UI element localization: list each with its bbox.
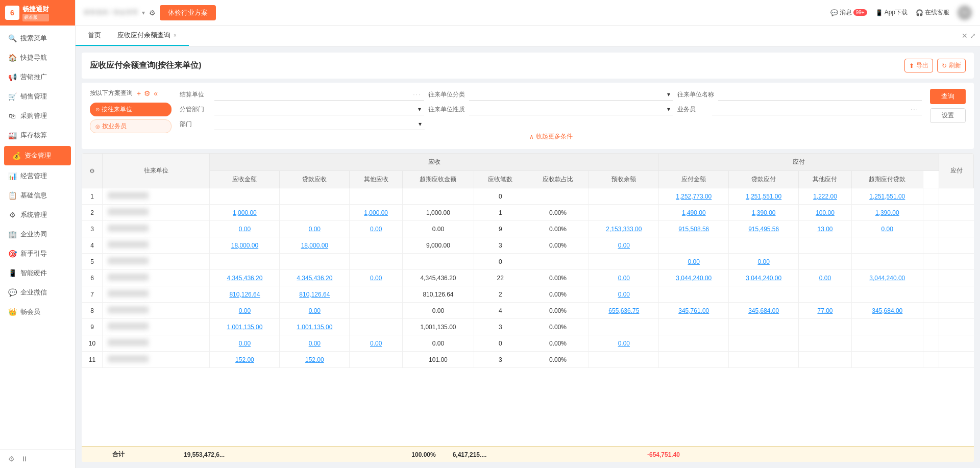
sidebar-item-finance[interactable]: 💰 资金管理 [4, 146, 71, 165]
footer-settings-icon[interactable]: ⚙ [8, 455, 15, 463]
cell-link[interactable]: 0.00 [618, 275, 630, 282]
cell-link[interactable]: 4,345,436.20 [297, 275, 332, 282]
cell-link[interactable]: 0.00 [370, 226, 382, 233]
cell-link[interactable]: 655,636.75 [608, 307, 639, 314]
cell-link[interactable]: 3,044,240.00 [746, 275, 781, 282]
export-button[interactable]: ⬆ 导出 [904, 59, 933, 72]
online-service-action[interactable]: 🎧 在线客服 [916, 8, 949, 17]
cell-link[interactable]: 0.00 [309, 226, 321, 233]
sidebar-item-member[interactable]: 👑 畅会员 [0, 302, 75, 322]
settings-scheme-icon[interactable]: ⚙ [144, 89, 151, 97]
cell-link[interactable]: 1,390.00 [752, 209, 776, 216]
filter-by-partner[interactable]: ⊙ 按往来单位 [90, 103, 172, 116]
sidebar-item-purchase[interactable]: 🛍 采购管理 [0, 106, 75, 126]
cell-link[interactable]: 810,126.64 [229, 291, 260, 298]
sidebar-item-marketing[interactable]: 📢 营销推广 [0, 67, 75, 87]
collapse-button[interactable]: ∧ 收起更多条件 [180, 130, 922, 143]
refresh-button[interactable]: ↻ 刷新 [937, 59, 966, 72]
cell-link[interactable]: 13.00 [817, 226, 832, 233]
table-scroll[interactable]: ⚙ 往来单位 应收 应付 应付 应收金额 贷款应收 其他应收 [82, 153, 974, 446]
cell-link[interactable]: 345,684.00 [872, 307, 902, 314]
footer-collapse-icon[interactable]: ⏸ [21, 455, 28, 463]
partner-category-input[interactable]: ▾ [469, 89, 673, 101]
sidebar-item-inventory[interactable]: 🏭 库存核算 [0, 126, 75, 145]
cell-link[interactable]: 1,000.00 [364, 209, 388, 216]
app-download-action[interactable]: 📱 App下载 [875, 8, 908, 17]
cell-partner [103, 319, 210, 335]
tab-home[interactable]: 首页 [80, 26, 109, 45]
cell-link[interactable]: 2,153,333.00 [606, 226, 642, 233]
cell-link[interactable]: 0.00 [618, 291, 630, 298]
cell-link[interactable]: 1,251,551.00 [746, 193, 781, 200]
cell-link[interactable]: 0.00 [309, 307, 321, 314]
messages-action[interactable]: 💬 消息 99+ [830, 8, 867, 17]
cell-link[interactable]: 1,490.00 [682, 209, 706, 216]
query-button[interactable]: 查询 [930, 89, 966, 104]
sidebar-item-wechat[interactable]: 💬 企业微信 [0, 283, 75, 302]
cell-link[interactable]: 1,000.00 [233, 209, 257, 216]
business-person-input[interactable]: ··· [712, 104, 922, 115]
smart-icon: 📱 [8, 269, 16, 277]
cell-link[interactable]: 0.00 [239, 307, 251, 314]
cell-link[interactable]: 0.00 [819, 275, 831, 282]
cell-link[interactable]: 0.00 [309, 340, 321, 347]
sidebar-item-enterprise[interactable]: 🏢 企业协同 [0, 225, 75, 244]
sidebar-item-base-info[interactable]: 📋 基础信息 [0, 186, 75, 205]
add-scheme-icon[interactable]: + [137, 89, 141, 97]
cell-link[interactable]: 0.00 [370, 340, 382, 347]
filter-by-business[interactable]: ◎ 按业务员 [90, 119, 172, 133]
cell-link[interactable]: 0.00 [618, 340, 630, 347]
branch-dept-input[interactable]: ▾ [214, 104, 424, 115]
sidebar-item-system[interactable]: ⚙ 系统管理 [0, 205, 75, 225]
cell-link[interactable]: 0.00 [370, 275, 382, 282]
sidebar-item-sales[interactable]: 🛒 销售管理 [0, 87, 75, 106]
cell-link[interactable]: 810,126.64 [299, 291, 330, 298]
partner-name-input[interactable] [718, 89, 922, 101]
window-expand-icon[interactable]: ⤢ [970, 32, 976, 40]
cell-link[interactable]: 915,508.56 [678, 226, 709, 233]
query-actions: 查询 设置 [930, 89, 966, 123]
settings-button[interactable]: 设置 [930, 108, 966, 123]
cell-link[interactable]: 1,222.00 [813, 193, 837, 200]
cell-link[interactable]: 152.00 [235, 356, 254, 363]
settlement-unit-input[interactable]: ··· [214, 89, 424, 101]
cell-link[interactable]: 18,000.00 [301, 242, 328, 249]
tab-close-icon[interactable]: × [174, 33, 177, 38]
header-gear-icon[interactable]: ⚙ [149, 9, 156, 17]
cell-link[interactable]: 0.00 [239, 340, 251, 347]
tab-receivable[interactable]: 应收应付余额查询 × [109, 26, 185, 46]
cell-link[interactable]: 0.00 [757, 258, 769, 265]
collapse-scheme-icon[interactable]: « [154, 89, 158, 97]
dept-input[interactable]: ▾ [214, 118, 425, 130]
cell-link[interactable]: 0.00 [881, 226, 893, 233]
cell-link[interactable]: 345,761.00 [678, 307, 709, 314]
trial-button[interactable]: 体验行业方案 [160, 5, 216, 20]
sidebar-item-quick-nav[interactable]: 🏠 快捷导航 [0, 48, 75, 67]
cell-link[interactable]: 3,044,240.00 [676, 275, 712, 282]
sidebar-item-operations[interactable]: 📊 经营管理 [0, 166, 75, 186]
cell-link[interactable]: 345,684.00 [748, 307, 779, 314]
cell-link[interactable]: 915,495.56 [748, 226, 779, 233]
breadcrumb-dropdown-icon[interactable]: ▾ [142, 9, 145, 16]
cell-link[interactable]: 1,252,773.00 [676, 193, 712, 200]
table-settings-icon[interactable]: ⚙ [89, 167, 95, 175]
partner-nature-input[interactable]: ▾ [469, 104, 673, 115]
user-avatar[interactable]: Rit [958, 6, 972, 20]
cell-link[interactable]: 1,251,551.00 [869, 193, 905, 200]
sidebar-item-guide[interactable]: 🎯 新手引导 [0, 244, 75, 263]
cell-link[interactable]: 4,345,436.20 [227, 275, 262, 282]
cell-link[interactable]: 3,044,240.00 [869, 275, 905, 282]
sidebar-item-smart[interactable]: 📱 智能硬件 [0, 263, 75, 283]
cell-link[interactable]: 18,000.00 [231, 242, 258, 249]
cell-link[interactable]: 100.00 [816, 209, 835, 216]
cell-link[interactable]: 152.00 [305, 356, 324, 363]
cell-link[interactable]: 1,390.00 [875, 209, 899, 216]
sidebar-item-search[interactable]: 🔍 搜索菜单 [0, 29, 75, 48]
cell-link[interactable]: 0.00 [688, 258, 700, 265]
cell-link[interactable]: 1,001,135.00 [297, 324, 332, 331]
window-close-icon[interactable]: ✕ [962, 32, 968, 40]
cell-link[interactable]: 77.00 [817, 307, 832, 314]
cell-link[interactable]: 0.00 [239, 226, 251, 233]
cell-link[interactable]: 0.00 [618, 242, 630, 249]
cell-link[interactable]: 1,001,135.00 [227, 324, 262, 331]
